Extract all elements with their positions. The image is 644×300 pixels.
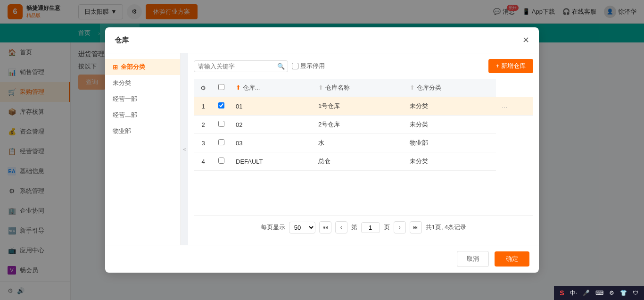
category-panel: ⊞ 全部分类 未分类 经营一部 经营二部 物业部 — [105, 53, 181, 245]
warehouse-modal: 仓库 ✕ ⊞ 全部分类 未分类 经营一部 — [105, 27, 539, 273]
col-name: ⬆ 仓库名称 — [313, 79, 404, 97]
show-disabled-checkbox[interactable] — [292, 63, 298, 69]
row-num: 3 — [194, 134, 213, 152]
page-total: 共1页, 4条记录 — [426, 223, 467, 232]
show-disabled-label: 显示停用 — [292, 62, 325, 70]
row-num: 1 — [194, 97, 213, 116]
row-code: 01 — [230, 97, 313, 116]
table-toolbar: 🔍 显示停用 + 新增仓库 — [194, 59, 533, 73]
page-unit: 页 — [384, 223, 390, 232]
row-select-checkbox[interactable] — [218, 139, 224, 145]
category-item-dept2[interactable]: 经营二部 — [105, 107, 180, 123]
warehouse-table: ⚙ ⬆ 仓库... ⬆ 仓库名称 — [194, 79, 533, 171]
row-name: 2号仓库 — [313, 116, 404, 134]
row-category: 物业部 — [404, 134, 495, 152]
row-checkbox[interactable] — [213, 134, 230, 152]
row-checkbox[interactable] — [213, 116, 230, 134]
select-all-checkbox[interactable] — [218, 84, 224, 90]
row-name: 水 — [313, 134, 404, 152]
confirm-button[interactable]: 确定 — [495, 251, 529, 267]
collapse-panel-button[interactable]: « — [181, 53, 188, 245]
search-input[interactable] — [198, 63, 277, 70]
category-item-unclassified[interactable]: 未分类 — [105, 75, 180, 91]
modal-body: ⊞ 全部分类 未分类 经营一部 经营二部 物业部 — [105, 53, 539, 245]
row-select-checkbox[interactable] — [218, 158, 224, 164]
col-cat-sort-icon: ⬆ — [410, 84, 415, 91]
add-warehouse-button[interactable]: + 新增仓库 — [488, 59, 533, 73]
row-category: 未分类 — [404, 97, 495, 116]
status-shield-icon: 🛡 — [633, 290, 638, 296]
modal-title: 仓库 — [115, 36, 129, 45]
modal-footer: 取消 确定 — [105, 245, 539, 273]
status-text: 中· — [570, 289, 577, 297]
row-category: 未分类 — [404, 152, 495, 171]
row-code: 02 — [230, 116, 313, 134]
category-panel-wrap: ⊞ 全部分类 未分类 经营一部 经营二部 物业部 — [105, 53, 188, 245]
pagination: 每页显示 50 10 20 100 ⏮ ‹ 第 1 页 › ⏭ 共1页, 4条记… — [194, 215, 533, 239]
row-category: 未分类 — [404, 116, 495, 134]
first-page-button[interactable]: ⏮ — [319, 221, 331, 233]
status-settings-icon[interactable]: ⚙ — [609, 290, 614, 296]
modal-header: 仓库 ✕ — [105, 27, 539, 53]
page-size-select[interactable]: 50 10 20 100 — [289, 222, 315, 233]
col-checkbox — [213, 79, 230, 97]
page-size-label: 每页显示 — [261, 223, 285, 232]
modal-close-button[interactable]: ✕ — [522, 35, 529, 45]
status-keyboard-icon[interactable]: ⌨ — [595, 290, 603, 296]
table-panel: 🔍 显示停用 + 新增仓库 ⚙ — [188, 53, 539, 245]
col-code: ⬆ 仓库... — [230, 79, 313, 97]
row-checkbox[interactable] — [213, 152, 230, 171]
modal-overlay: 仓库 ✕ ⊞ 全部分类 未分类 经营一部 — [0, 0, 644, 300]
row-actions[interactable]: … — [496, 97, 533, 116]
status-shirt-icon: 👕 — [620, 290, 627, 296]
row-code: DEFAULT — [230, 152, 313, 171]
category-item-property[interactable]: 物业部 — [105, 123, 180, 139]
prev-page-button[interactable]: ‹ — [335, 221, 347, 233]
category-all-label: 全部分类 — [121, 63, 145, 71]
status-logo: S — [560, 289, 564, 297]
table-row[interactable]: 1 01 1号仓库 未分类 … — [194, 97, 533, 116]
next-page-button[interactable]: › — [394, 221, 406, 233]
page-number-input[interactable]: 1 — [361, 222, 380, 233]
page-label: 第 — [351, 223, 357, 232]
row-name: 1号仓库 — [313, 97, 404, 116]
row-num: 4 — [194, 152, 213, 171]
status-bar: S 中· 🎤 ⌨ ⚙ 👕 🛡 — [554, 286, 644, 300]
search-icon[interactable]: 🔍 — [277, 63, 285, 70]
settings-col-icon: ⚙ — [200, 84, 206, 92]
row-name: 总仓 — [313, 152, 404, 171]
row-select-checkbox[interactable] — [218, 102, 224, 108]
row-code: 03 — [230, 134, 313, 152]
category-all[interactable]: ⊞ 全部分类 — [105, 59, 180, 75]
category-item-dept1[interactable]: 经营一部 — [105, 91, 180, 107]
grid-icon: ⊞ — [113, 64, 118, 71]
sort-icon: ⬆ — [236, 84, 241, 91]
col-category: ⬆ 仓库分类 — [404, 79, 495, 97]
cancel-button[interactable]: 取消 — [457, 251, 489, 267]
col-settings: ⚙ — [194, 79, 213, 97]
row-num: 2 — [194, 116, 213, 134]
table-row[interactable]: 3 03 水 物业部 — [194, 134, 533, 152]
show-disabled-text: 显示停用 — [300, 62, 325, 70]
col-name-sort-icon: ⬆ — [318, 84, 323, 91]
table-row[interactable]: 4 DEFAULT 总仓 未分类 — [194, 152, 533, 171]
status-mic-icon[interactable]: 🎤 — [583, 290, 590, 296]
row-select-checkbox[interactable] — [218, 121, 224, 127]
search-wrap: 🔍 — [194, 60, 288, 72]
row-checkbox[interactable] — [213, 97, 230, 116]
table-row[interactable]: 2 02 2号仓库 未分类 — [194, 116, 533, 134]
last-page-button[interactable]: ⏭ — [410, 221, 422, 233]
